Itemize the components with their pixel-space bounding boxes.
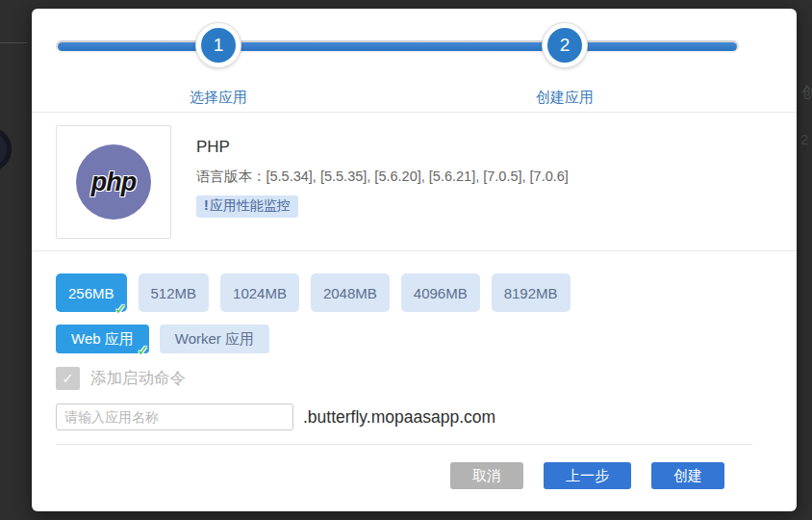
background-logo-fragment [0,127,12,171]
performance-monitor-badge[interactable]: !应用性能监控 [196,195,298,218]
step-1-indicator: 1 [196,23,241,67]
type-option-web[interactable]: Web 应用✓ [56,325,149,353]
step-create-app: 2 创建应用 [512,9,618,107]
php-logo-icon: php [76,144,151,220]
create-button[interactable]: 创建 [651,462,724,489]
app-name-title: PHP [196,138,569,157]
modal-overlay: 创 2 1 选择应用 2 创建应用 php PHP 语言版本：[5.5.34] [0,0,812,520]
footer-divider [56,444,752,445]
memory-options-row: 256MB✓ 512MB 1024MB 2048MB 4096MB 8192MB [56,273,773,312]
monitor-badge-icon: ! [204,197,209,213]
memory-option-2048mb[interactable]: 2048MB [311,273,390,312]
app-card: php [56,125,171,239]
section-divider [32,250,797,251]
create-app-dialog: 1 选择应用 2 创建应用 php PHP 语言版本：[5.5.34], [5.… [32,9,797,511]
background-text-fragment: 创 [801,83,812,103]
memory-option-256mb[interactable]: 256MB✓ [56,273,127,312]
domain-suffix-text: .butterfly.mopaasapp.com [303,407,495,428]
app-name-row: .butterfly.mopaasapp.com [56,403,773,430]
stepper-progress-fill [58,42,737,51]
background-page-fragment [0,26,27,43]
background-number-fragment: 2 [800,131,808,147]
step-select-app: 1 选择应用 [165,9,271,107]
memory-option-4096mb[interactable]: 4096MB [401,273,480,312]
app-versions-text: 语言版本：[5.5.34], [5.5.35], [5.6.20], [5.6.… [196,168,569,186]
startup-command-checkbox[interactable]: ✓ [56,367,80,390]
startup-command-label: 添加启动命令 [90,368,186,389]
memory-option-8192mb[interactable]: 8192MB [492,273,571,312]
startup-command-row: ✓ 添加启动命令 [56,367,773,390]
type-option-worker[interactable]: Worker 应用 [160,325,269,353]
stepper-track [56,40,739,53]
app-info: PHP 语言版本：[5.5.34], [5.5.35], [5.6.20], [… [196,125,569,239]
step-2-label: 创建应用 [512,89,618,107]
app-name-input[interactable] [56,403,293,430]
step-1-label: 选择应用 [165,89,271,107]
app-type-options-row: Web 应用✓ Worker 应用 [56,325,773,353]
wizard-stepper: 1 选择应用 2 创建应用 [32,9,797,113]
memory-option-512mb[interactable]: 512MB [139,273,210,312]
memory-option-1024mb[interactable]: 1024MB [220,273,299,312]
cancel-button[interactable]: 取消 [450,462,523,489]
previous-step-button[interactable]: 上一步 [544,462,631,489]
dialog-footer: 取消 上一步 创建 [32,462,724,489]
selected-check-icon: ✓ [137,343,149,357]
selected-check-icon: ✓ [114,301,127,316]
checkbox-check-icon: ✓ [62,370,74,387]
selected-app-section: php PHP 语言版本：[5.5.34], [5.5.35], [5.6.20… [32,113,797,239]
step-2-indicator: 2 [543,23,587,67]
monitor-badge-label: 应用性能监控 [210,197,291,213]
